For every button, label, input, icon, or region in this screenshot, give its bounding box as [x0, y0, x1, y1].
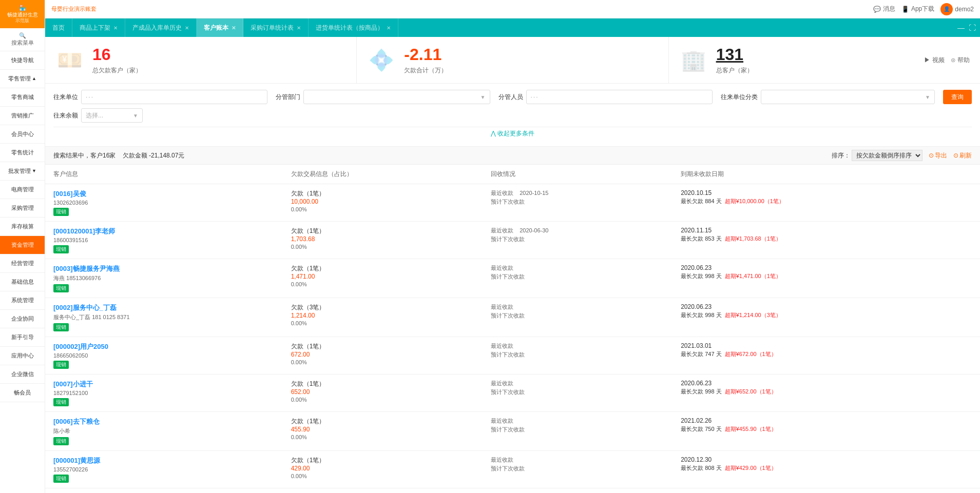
- overdue-days-1: 最长欠款 853 天 超期¥1,703.68（1笔）: [681, 235, 972, 243]
- sidebar-item-basic[interactable]: 基础信息: [0, 273, 45, 291]
- tab-close-purchase-stats[interactable]: ✕: [387, 25, 391, 31]
- tab-close-customer-account[interactable]: ✕: [232, 25, 236, 31]
- table-row: [0007]小进干 18279152100 现销 欠款（1笔） 652.00 0…: [45, 374, 980, 412]
- person-input[interactable]: ···: [526, 90, 713, 104]
- sidebar-item-inventory[interactable]: 库存核算: [0, 218, 45, 236]
- due-date-2: 2020.06.23: [681, 264, 972, 271]
- cell-customer-info-5: [0007]小进干 18279152100 现销: [45, 374, 283, 412]
- tab-customer-account[interactable]: 客户账本 ✕: [197, 18, 243, 37]
- sidebar-item-retail[interactable]: 零售管理 ▲: [0, 70, 45, 88]
- stat-card-total-customers: 🏢 131 总客户（家） ▶ 视频 ⊙ 帮助: [669, 37, 980, 83]
- overdue-link-1[interactable]: 超期¥1,703.68（1笔）: [725, 235, 781, 242]
- customer-name-link-0[interactable]: [0016]吴俊: [53, 189, 275, 199]
- user-menu-button[interactable]: 👤 demo2: [940, 3, 974, 15]
- sidebar-item-member[interactable]: 会员中心: [0, 125, 45, 144]
- sidebar-item-marketing[interactable]: 营销推广: [0, 107, 45, 125]
- debt-amount-6[interactable]: 455.90: [291, 426, 474, 433]
- overdue-link-0[interactable]: 超期¥10,000.00（1笔）: [725, 198, 784, 204]
- due-date-1: 2020.11.15: [681, 227, 972, 234]
- tab-purchase-order[interactable]: 采购订单统计表 ✕: [243, 18, 309, 37]
- refresh-button[interactable]: ⊙ 刷新: [953, 151, 972, 160]
- debt-amount-2[interactable]: 1,471.00: [291, 273, 474, 280]
- sidebar-item-operation[interactable]: 经营管理: [0, 254, 45, 273]
- customer-name-link-5[interactable]: [0007]小进干: [53, 380, 275, 389]
- balance-chevron-icon: ▼: [133, 113, 138, 119]
- debt-amount-0[interactable]: 10,000.00: [291, 198, 474, 205]
- customer-name-link-2[interactable]: [0003]畅捷服务尹海燕: [53, 264, 275, 273]
- sidebar-item-retail-mall[interactable]: 零售商城: [0, 88, 45, 107]
- overdue-link-7[interactable]: 超期¥429.00（1笔）: [725, 465, 777, 471]
- customer-name-link-6[interactable]: [0006]去下粮仓: [53, 417, 275, 426]
- sidebar-item-retail-stats[interactable]: 零售统计: [0, 144, 45, 162]
- sidebar-item-vip[interactable]: 畅会员: [0, 384, 45, 402]
- source-unit-input[interactable]: ···: [81, 90, 267, 104]
- cell-customer-info-2: [0003]畅捷服务尹海燕 海燕 18513066976 现销: [45, 259, 283, 298]
- debt-amount-3[interactable]: 1,214.00: [291, 312, 474, 319]
- tab-goods[interactable]: 商品上下架 ✕: [72, 18, 125, 37]
- customer-name-link-3[interactable]: [0002]服务中心_丁磊: [53, 303, 275, 312]
- tab-home[interactable]: 首页: [45, 18, 72, 37]
- overdue-link-3[interactable]: 超期¥1,214.00（3笔）: [725, 312, 781, 318]
- sidebar-item-system[interactable]: 系统管理: [0, 291, 45, 310]
- sidebar-item-newbie[interactable]: 新手引导: [0, 328, 45, 347]
- next-collect-2: 预计下次收款: [491, 273, 664, 281]
- tab-purchase-history[interactable]: 产成品入库单历史 ✕: [125, 18, 197, 37]
- logo-text: 畅捷通好生意: [4, 11, 41, 18]
- overdue-link-2[interactable]: 超期¥1,471.00（1笔）: [725, 273, 781, 279]
- overdue-link-4[interactable]: 超期¥672.00（1笔）: [725, 351, 777, 357]
- total-customers-number: 131: [716, 45, 753, 64]
- th-collection: 回收情况: [483, 165, 672, 184]
- debt-amount-4[interactable]: 672.00: [291, 351, 474, 358]
- unit-category-label: 往来单位分类: [721, 93, 758, 102]
- due-date-5: 2020.06.23: [681, 380, 972, 387]
- sidebar-item-purchase[interactable]: 采购管理: [0, 199, 45, 218]
- sidebar-item-quick-nav[interactable]: 快捷导航: [0, 51, 45, 70]
- sidebar-logo[interactable]: 🏪 畅捷通好生意 示范版: [0, 0, 45, 28]
- tab-close-purchase-history[interactable]: ✕: [185, 25, 189, 31]
- customer-name-link-7[interactable]: [000001]黄思源: [53, 456, 275, 465]
- debt-customers-icon: 💴: [55, 46, 84, 74]
- filter-source-unit: 往来单位 ···: [53, 90, 267, 104]
- sort-select[interactable]: 按欠款金额倒序排序: [852, 150, 923, 161]
- sidebar-item-batch[interactable]: 批发管理 ▼: [0, 162, 45, 181]
- search-button[interactable]: 查询: [943, 90, 972, 104]
- export-button[interactable]: ⊙ 导出: [929, 151, 947, 160]
- customer-phone-0: 13026203696: [53, 200, 275, 206]
- overdue-link-5[interactable]: 超期¥652.00（1笔）: [725, 388, 777, 395]
- sidebar-item-search[interactable]: 🔍 搜索菜单: [0, 28, 45, 51]
- topbar: 母婴行业演示账套 💬 消息 📱 App下载 👤 demo2: [45, 0, 980, 18]
- customer-name-link-4[interactable]: [000002]用户2050: [53, 342, 275, 351]
- next-collect-7: 预计下次收款: [491, 465, 664, 472]
- sidebar-item-finance[interactable]: 资金管理: [0, 236, 45, 254]
- tab-close-purchase-order[interactable]: ✕: [297, 25, 301, 31]
- overdue-days-0: 最长欠款 884 天 超期¥10,000.00（1笔）: [681, 198, 972, 205]
- cell-collection-4: 最近收款 预计下次收款: [483, 337, 672, 374]
- debt-percent-2: 0.00%: [291, 281, 474, 287]
- help-button[interactable]: ⊙ 帮助: [951, 56, 970, 65]
- overdue-link-6[interactable]: 超期¥455.90（1笔）: [725, 426, 777, 432]
- dept-select[interactable]: ▼: [303, 90, 490, 104]
- balance-select[interactable]: 选择... ▼: [81, 108, 143, 123]
- tab-minimize-icon[interactable]: —: [957, 24, 965, 32]
- overdue-days-5: 最长欠款 998 天 超期¥652.00（1笔）: [681, 388, 972, 396]
- customer-name-link-1[interactable]: [0001020001]李老师: [53, 227, 275, 236]
- results-bar: 搜索结果中，客户16家 欠款金额 -21,148.07元 排序： 按欠款金额倒序…: [45, 147, 980, 165]
- filter-unit-category: 往来单位分类 ▼: [721, 90, 935, 104]
- debt-amount-1[interactable]: 1,703.68: [291, 235, 474, 243]
- customer-phone-4: 18665062050: [53, 352, 275, 359]
- sidebar-item-wechat[interactable]: 企业微信: [0, 365, 45, 384]
- video-button[interactable]: ▶ 视频: [924, 56, 944, 65]
- sidebar-item-ecommerce[interactable]: 电商管理: [0, 181, 45, 199]
- message-button[interactable]: 💬 消息: [873, 5, 895, 13]
- tab-close-goods[interactable]: ✕: [113, 25, 118, 31]
- debt-amount-5[interactable]: 652.00: [291, 388, 474, 396]
- sidebar-item-apps[interactable]: 应用中心: [0, 347, 45, 365]
- debt-amount-7[interactable]: 429.00: [291, 465, 474, 472]
- tab-purchase-stats[interactable]: 进货单统计表（按商品） ✕: [309, 18, 398, 37]
- tab-maximize-icon[interactable]: ⛶: [969, 24, 976, 32]
- sidebar-item-enterprise[interactable]: 企业协同: [0, 310, 45, 328]
- unit-category-select[interactable]: ▼: [761, 90, 935, 104]
- app-download-button[interactable]: 📱 App下载: [901, 5, 934, 13]
- cell-collection-0: 最近收款 2020-10-15 预计下次收款: [483, 184, 672, 222]
- collapse-button[interactable]: ⋀ 收起更多条件: [53, 127, 972, 140]
